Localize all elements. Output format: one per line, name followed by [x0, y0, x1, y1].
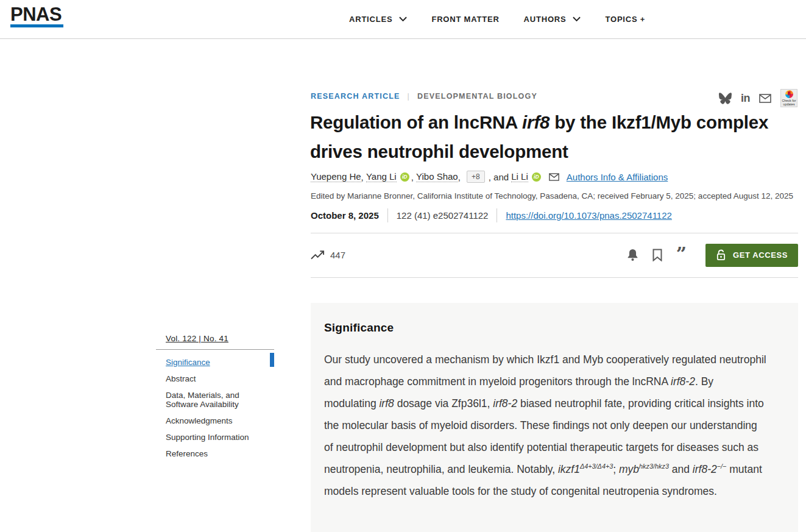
open-lock-icon [716, 249, 726, 261]
cite-quote-icon[interactable]: ” [676, 248, 687, 263]
corresponding-author-email-icon[interactable] [549, 173, 559, 181]
divider [497, 208, 497, 222]
orcid-icon[interactable]: iD [400, 172, 409, 182]
nav-front-matter[interactable]: FRONT MATTER [431, 15, 499, 24]
nav-articles-label: ARTICLES [349, 15, 392, 24]
author-link[interactable]: Yuepeng He [311, 171, 361, 182]
divider [387, 208, 388, 222]
article-actions: ” GET ACCESS [627, 244, 798, 267]
trending-icon [311, 250, 325, 260]
article-kicker: RESEARCH ARTICLE | DEVELOPMENTAL BIOLOGY [311, 92, 537, 101]
share-icons-row: in Check for updates [719, 89, 797, 107]
site-header: PNAS ARTICLES FRONT MATTER AUTHORS TOPIC… [0, 0, 806, 39]
metrics-count: 447 [330, 250, 345, 260]
citation-info: 122 (41) e2502741122 [397, 210, 489, 221]
alert-bell-icon[interactable] [627, 249, 638, 261]
crossmark-icon [785, 90, 793, 98]
research-article-link[interactable]: RESEARCH ARTICLE [311, 92, 400, 101]
significance-heading: Significance [324, 321, 768, 335]
authors-info-link[interactable]: Authors Info & Affiliations [567, 172, 668, 182]
publication-info-row: October 8, 2025 122 (41) e2502741122 htt… [311, 208, 672, 222]
author-and-separator: , and [489, 172, 512, 182]
sidebar-item-abstract[interactable]: Abstract [166, 374, 264, 383]
sidebar-item-data-availability[interactable]: Data, Materials, and Software Availabili… [166, 391, 264, 409]
nav-front-matter-label: FRONT MATTER [431, 15, 499, 24]
significance-section: Significance Our study uncovered a mecha… [311, 303, 798, 532]
linkedin-glyph: in [741, 93, 750, 104]
active-section-indicator [270, 353, 274, 367]
author-link[interactable]: Yibo Shao [416, 171, 458, 182]
doi-link[interactable]: https://doi.org/10.1073/pnas.2502741122 [506, 210, 671, 221]
pnas-logo-text: PNAS [10, 5, 63, 24]
orcid-icon[interactable]: iD [532, 172, 541, 182]
sidebar-item-significance[interactable]: Significance [166, 358, 264, 367]
check-for-updates-badge[interactable]: Check for updates [780, 89, 797, 107]
nav-authors-label: AUTHORS [524, 15, 567, 24]
kicker-separator: | [408, 92, 410, 101]
get-access-label: GET ACCESS [733, 250, 788, 260]
nav-authors[interactable]: AUTHORS [524, 15, 581, 24]
nav-topics[interactable]: TOPICS + [605, 15, 645, 24]
more-authors-button[interactable]: +8 [467, 171, 485, 183]
volume-issue-link[interactable]: Vol. 122 | No. 41 [166, 334, 228, 343]
metrics-counter[interactable]: 447 [311, 250, 345, 260]
nav-topics-label: TOPICS + [605, 15, 645, 24]
bluesky-icon[interactable] [719, 93, 732, 104]
significance-paragraph: Our study uncovered a mechanism by which… [324, 349, 768, 502]
main-nav: ARTICLES FRONT MATTER AUTHORS TOPICS + [349, 0, 645, 38]
authors-row: Yuepeng He, Yang Li iD, Yibo Shao, +8 , … [311, 171, 798, 183]
metrics-actions-row: 447 ” GET ACCESS [311, 243, 798, 267]
edited-by-line: Edited by Marianne Bronner, California I… [311, 191, 798, 200]
divider [311, 233, 798, 233]
email-share-icon[interactable] [759, 94, 771, 103]
article-sidebar: Vol. 122 | No. 41 Significance Abstract … [156, 333, 274, 458]
author-separator: , [458, 172, 463, 182]
pnas-logo[interactable]: PNAS [10, 5, 63, 27]
article-title: Regulation of an lncRNA irf8 by the Ikzf… [310, 108, 801, 166]
sidebar-item-references[interactable]: References [166, 449, 264, 458]
publication-date: October 8, 2025 [311, 210, 379, 221]
divider [311, 277, 798, 278]
author-separator: , [411, 172, 416, 182]
author-separator: , [361, 172, 366, 182]
check-for-updates-label: Check for updates [782, 99, 796, 106]
section-nav: Significance Abstract Data, Materials, a… [166, 358, 264, 458]
author-link[interactable]: Li Li [511, 171, 528, 182]
chevron-down-icon [573, 16, 581, 22]
category-link[interactable]: DEVELOPMENTAL BIOLOGY [417, 92, 537, 101]
pnas-article-page: PNAS ARTICLES FRONT MATTER AUTHORS TOPIC… [0, 0, 806, 532]
linkedin-icon[interactable]: in [741, 93, 750, 104]
sidebar-item-supporting-information[interactable]: Supporting Information [166, 433, 264, 442]
nav-articles[interactable]: ARTICLES [349, 15, 407, 24]
get-access-button[interactable]: GET ACCESS [705, 244, 798, 267]
bookmark-icon[interactable] [652, 249, 662, 261]
sidebar-divider [156, 349, 274, 350]
sidebar-item-acknowledgments[interactable]: Acknowledgments [166, 416, 264, 425]
author-link[interactable]: Yang Li [366, 171, 397, 182]
chevron-down-icon [399, 16, 407, 22]
